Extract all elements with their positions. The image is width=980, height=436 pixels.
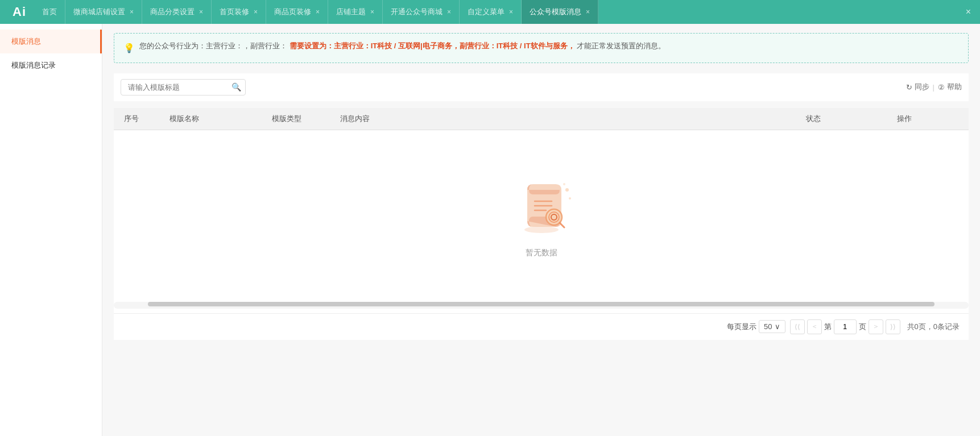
tab-product-page[interactable]: 商品页装修 × (266, 0, 328, 24)
tab-category-close[interactable]: × (199, 8, 203, 16)
tab-theme-label: 店铺主题 (336, 7, 366, 17)
col-index: 序号 (121, 114, 166, 124)
help-label: 帮助 (947, 82, 962, 92)
goto-label: 第 (824, 322, 832, 332)
svg-point-0 (524, 226, 559, 233)
prev-page-button[interactable]: ＜ (807, 319, 822, 334)
page-label: 页 (859, 322, 866, 332)
tab-product-page-label: 商品页装修 (274, 7, 311, 17)
tab-theme-close[interactable]: × (370, 8, 374, 16)
search-input[interactable] (121, 79, 246, 95)
page-size-select: 每页显示 50 ∨ (727, 320, 785, 333)
tab-home[interactable]: 首页 (34, 0, 65, 24)
sidebar-item-template-record-label: 模版消息记录 (11, 61, 56, 69)
col-type: 模版类型 (268, 114, 337, 124)
first-page-button[interactable]: ⟨⟨ (790, 319, 805, 334)
refresh-icon: ↻ (906, 83, 912, 92)
page-size-label: 每页显示 (727, 322, 756, 332)
svg-point-8 (565, 188, 569, 192)
col-name: 模版名称 (166, 114, 268, 124)
help-icon: ② (938, 83, 945, 92)
search-button[interactable]: 🔍 (231, 82, 241, 92)
tab-menu[interactable]: 自定义菜单 × (460, 0, 522, 24)
col-content: 消息内容 (337, 114, 803, 124)
sync-label: 同步 (915, 82, 929, 92)
tab-homepage-label: 首页装修 (220, 7, 249, 17)
tab-mall-close[interactable]: × (447, 8, 451, 16)
pagination: 每页显示 50 ∨ ⟨⟨ ＜ 第 页 ＞ ⟩⟩ 共0页，0条记录 (114, 313, 969, 340)
svg-point-9 (569, 197, 571, 200)
tab-home-label: 首页 (42, 7, 57, 17)
sidebar-item-template-label: 模版消息 (11, 37, 41, 45)
search-input-wrapper: 🔍 (121, 79, 246, 95)
dropdown-chevron-icon: ∨ (775, 322, 780, 331)
sidebar-item-template-record[interactable]: 模版消息记录 (0, 53, 102, 77)
tab-menu-label: 自定义菜单 (468, 7, 505, 17)
tab-category-label: 商品分类设置 (150, 7, 195, 17)
notice-text-highlight: 需要设置为：主营行业：IT科技 / 互联网|电子商务，副营行业：IT科技 / I… (290, 41, 575, 50)
sidebar-item-template[interactable]: 模版消息 (0, 30, 102, 53)
notice-icon: 💡 (123, 41, 135, 56)
tab-homepage[interactable]: 首页装修 × (212, 0, 266, 24)
search-bar: 🔍 ↻ 同步 | ② 帮助 (114, 73, 969, 101)
tab-weishop-close[interactable]: × (130, 8, 134, 16)
tab-homepage-close[interactable]: × (254, 8, 258, 16)
notice-text: 您的公众号行业为：主营行业：，副营行业： 需要设置为：主营行业：IT科技 / 互… (139, 40, 665, 52)
tab-product-page-close[interactable]: × (316, 8, 320, 16)
notice-text-after: 才能正常发送预置的消息。 (577, 41, 665, 50)
page-nav: ⟨⟨ ＜ 第 页 ＞ ⟩⟩ 共0页，0条记录 (790, 319, 960, 334)
col-action: 操作 (894, 114, 962, 124)
logo: Ai (5, 5, 34, 19)
tab-mall[interactable]: 开通公众号商城 × (383, 0, 460, 24)
toolbar-right: ↻ 同步 | ② 帮助 (906, 82, 962, 92)
tab-template-msg[interactable]: 公众号模版消息 × (522, 0, 598, 24)
horizontal-scrollbar[interactable] (114, 302, 969, 309)
toolbar-divider: | (933, 83, 934, 92)
tab-mall-label: 开通公众号商城 (391, 7, 443, 17)
next-page-button[interactable]: ＞ (869, 319, 883, 334)
svg-point-10 (563, 183, 565, 185)
help-button[interactable]: ② 帮助 (938, 82, 962, 92)
tab-weishop[interactable]: 微商城店铺设置 × (65, 0, 142, 24)
last-page-button[interactable]: ⟩⟩ (886, 319, 900, 334)
col-status: 状态 (803, 114, 894, 124)
tab-weishop-label: 微商城店铺设置 (73, 7, 125, 17)
tab-template-msg-close[interactable]: × (586, 8, 590, 16)
page-size-dropdown[interactable]: 50 ∨ (759, 320, 785, 333)
tab-bar: Ai 首页 微商城店铺设置 × 商品分类设置 × 首页装修 × 商品页装修 × … (0, 0, 980, 24)
sync-button[interactable]: ↻ 同步 (906, 82, 929, 92)
table-body: 暂无数据 (114, 130, 969, 301)
close-all-button[interactable]: × (961, 7, 975, 17)
page-size-value: 50 (764, 322, 772, 331)
svg-line-6 (560, 223, 564, 227)
scroll-thumb[interactable] (148, 302, 934, 306)
page-total: 共0页，0条记录 (907, 322, 960, 332)
notice-text-before: 您的公众号行业为：主营行业：，副营行业： (139, 41, 287, 50)
tab-template-msg-label: 公众号模版消息 (530, 7, 581, 17)
tab-theme[interactable]: 店铺主题 × (328, 0, 383, 24)
empty-text: 暂无数据 (526, 248, 557, 258)
empty-illustration (507, 173, 576, 241)
tab-menu-close[interactable]: × (509, 8, 513, 16)
content-area: 💡 您的公众号行业为：主营行业：，副营行业： 需要设置为：主营行业：IT科技 /… (102, 24, 980, 436)
empty-state: 暂无数据 (507, 173, 576, 258)
main-layout: 模版消息 模版消息记录 💡 您的公众号行业为：主营行业：，副营行业： 需要设置为… (0, 24, 980, 436)
table-container: 序号 模版名称 模版类型 消息内容 状态 操作 (114, 108, 969, 340)
page-number-input[interactable] (834, 319, 857, 334)
tab-category[interactable]: 商品分类设置 × (142, 0, 212, 24)
notice-banner: 💡 您的公众号行业为：主营行业：，副营行业： 需要设置为：主营行业：IT科技 /… (114, 33, 969, 63)
sidebar: 模版消息 模版消息记录 (0, 24, 102, 436)
search-left: 🔍 (121, 79, 246, 95)
table-header: 序号 模版名称 模版类型 消息内容 状态 操作 (114, 108, 969, 130)
